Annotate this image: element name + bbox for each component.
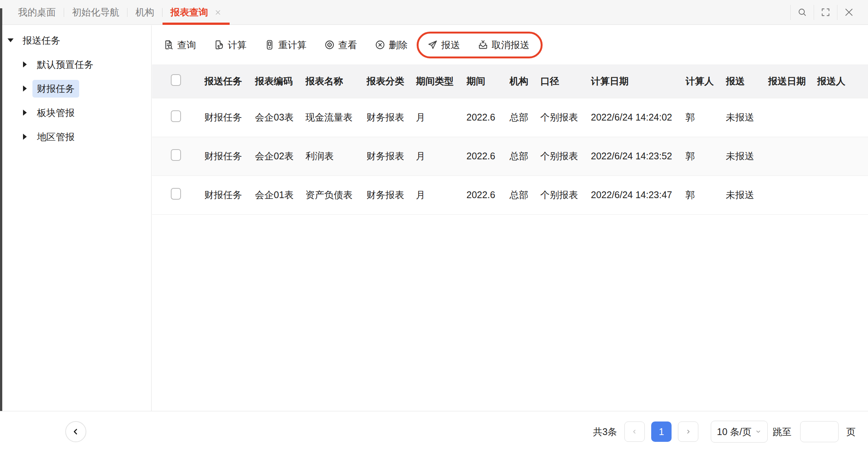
jump-page-input[interactable] (800, 421, 839, 442)
table-cell: 2022.6 (466, 176, 509, 214)
query-icon (163, 39, 174, 50)
chevron-right-icon[interactable] (22, 61, 28, 67)
table-cell: 财务报表 (367, 137, 416, 176)
tab-init-nav[interactable]: 初始化导航 (64, 0, 127, 24)
fullscreen-button[interactable] (814, 5, 837, 20)
table-cell: 利润表 (305, 137, 367, 176)
sidebar-item-default-preset-tasks[interactable]: 默认预置任务 (0, 52, 151, 76)
left-edge-strip (0, 8, 2, 411)
table-cell: 月 (416, 137, 466, 176)
table-cell: 总部 (509, 137, 540, 176)
chevron-left-icon (630, 428, 639, 436)
sidebar-item-segment-report[interactable]: 板块管报 (0, 101, 151, 125)
chevron-right-icon[interactable] (22, 110, 28, 116)
button-label: 计算 (228, 39, 247, 51)
chevron-right-icon[interactable] (22, 86, 28, 92)
table-cell: 郭 (686, 98, 726, 137)
query-button[interactable]: 查询 (163, 39, 196, 51)
table-cell: 财务报表 (367, 176, 416, 214)
cancel-submit-button[interactable]: 取消报送 (477, 39, 529, 51)
table-cell: 个别报表 (540, 176, 591, 214)
column-header: 报表编码 (255, 64, 305, 98)
chevron-right-icon (684, 428, 692, 436)
table-row[interactable]: 财报任务会企01表资产负债表财务报表月2022.6总部个别报表2022/6/24… (152, 176, 868, 214)
page-button-1[interactable]: 1 (651, 421, 672, 442)
button-label: 取消报送 (492, 39, 529, 51)
table-cell (817, 137, 868, 176)
table-cell: 财报任务 (204, 137, 255, 176)
tab-label: 机构 (135, 6, 154, 18)
submit-button[interactable]: 报送 (427, 39, 460, 51)
chevron-left-icon (71, 427, 80, 436)
column-header: 期间 (466, 64, 509, 98)
row-checkbox[interactable] (171, 110, 181, 122)
column-header: 计算日期 (591, 64, 686, 98)
toolbar: 查询计算重计算查看删除报送取消报送 (152, 25, 868, 64)
window-controls (790, 5, 860, 20)
select-all-header-cell (152, 64, 204, 98)
calculate-button[interactable]: 计算 (213, 39, 247, 51)
tab-label: 报表查询 (170, 6, 208, 18)
sidebar-item-financial-report-tasks[interactable]: 财报任务 (0, 76, 151, 101)
report-table-wrap: 报送任务报表编码报表名称报表分类期间类型期间机构口径计算日期计算人报送报送日期报… (152, 64, 868, 215)
column-header: 报表分类 (367, 64, 416, 98)
view-icon (324, 39, 335, 50)
app-window: 我的桌面初始化导航机构报表查询 报送任务默认预置任务财报任务板块管报地区管报 查… (0, 0, 868, 452)
row-checkbox-cell (152, 98, 204, 137)
chevron-down-icon (755, 428, 762, 435)
tab-organization[interactable]: 机构 (127, 0, 162, 24)
bottom-bar: 共3条 1 10 条/页 跳至 页 (0, 411, 868, 452)
column-header: 报表名称 (305, 64, 367, 98)
table-cell: 2022.6 (466, 98, 509, 137)
sidebar-item-label: 板块管报 (37, 107, 75, 119)
button-label: 报送 (441, 39, 460, 51)
tab-label: 我的桌面 (18, 6, 56, 18)
table-cell: 总部 (509, 98, 540, 137)
chevron-right-icon[interactable] (22, 134, 28, 140)
recalculate-icon (264, 39, 275, 50)
table-cell: 财报任务 (204, 98, 255, 137)
view-button[interactable]: 查看 (324, 39, 357, 51)
recalculate-button[interactable]: 重计算 (264, 39, 307, 51)
row-checkbox-cell (152, 176, 204, 214)
table-cell: 未报送 (726, 98, 768, 137)
tab-my-desktop[interactable]: 我的桌面 (10, 0, 64, 24)
table-cell (817, 176, 868, 214)
tab-report-query[interactable]: 报表查询 (163, 0, 230, 24)
column-header: 报送日期 (768, 64, 817, 98)
table-cell: 月 (416, 98, 466, 137)
column-header: 报送人 (817, 64, 868, 98)
close-button[interactable] (837, 5, 860, 20)
table-row[interactable]: 财报任务会企03表现金流量表财务报表月2022.6总部个别报表2022/6/24… (152, 98, 868, 137)
top-tab-bar: 我的桌面初始化导航机构报表查询 (0, 0, 868, 25)
page-size-select[interactable]: 10 条/页 (711, 421, 768, 443)
cancel-submit-icon (477, 39, 489, 50)
report-table: 报送任务报表编码报表名称报表分类期间类型期间机构口径计算日期计算人报送报送日期报… (152, 64, 868, 215)
row-checkbox[interactable] (171, 149, 181, 161)
sidebar-item-submit-tasks[interactable]: 报送任务 (0, 28, 151, 52)
table-cell: 2022/6/24 14:23:47 (591, 176, 686, 214)
sidebar-item-label: 地区管报 (37, 131, 75, 143)
table-cell: 郭 (686, 176, 726, 214)
table-cell: 现金流量表 (305, 98, 367, 137)
sidebar-item-region-report[interactable]: 地区管报 (0, 125, 151, 149)
table-row[interactable]: 财报任务会企02表利润表财务报表月2022.6总部个别报表2022/6/24 1… (152, 137, 868, 176)
button-label: 删除 (389, 39, 408, 51)
tab-close-button[interactable] (214, 9, 222, 16)
chevron-down-icon[interactable] (8, 38, 14, 42)
sidebar-tree: 报送任务默认预置任务财报任务板块管报地区管报 (0, 25, 152, 411)
next-page-button[interactable] (678, 421, 698, 442)
sidebar-item-label: 财报任务 (32, 80, 79, 98)
column-header: 报送任务 (204, 64, 255, 98)
table-cell: 会企03表 (255, 98, 305, 137)
prev-page-button[interactable] (624, 421, 645, 442)
search-button[interactable] (790, 5, 814, 20)
row-checkbox[interactable] (171, 188, 181, 200)
delete-button[interactable]: 删除 (374, 39, 408, 51)
table-cell: 郭 (686, 137, 726, 176)
collapse-sidebar-button[interactable] (65, 421, 86, 442)
annotation-highlight-circle: 报送取消报送 (417, 32, 543, 58)
select-all-checkbox[interactable] (171, 74, 181, 86)
tab-close-icon (214, 9, 222, 16)
main-panel: 查询计算重计算查看删除报送取消报送 报送任务报表编码报表名称报表分类期间类型期间… (152, 25, 868, 411)
